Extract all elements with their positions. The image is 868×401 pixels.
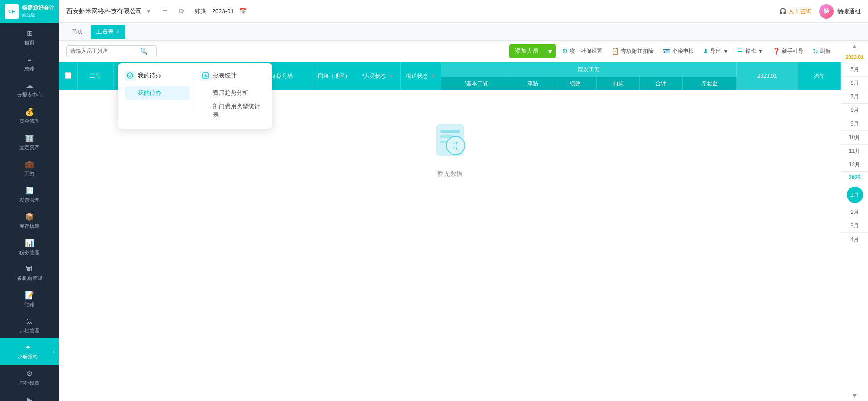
sidebar-item-multi[interactable]: 🏛 多机构管理 (0, 261, 59, 286)
export-icon: ⬇ (703, 48, 708, 55)
month-nov[interactable]: 11月 (841, 145, 868, 158)
tab-home[interactable]: 首页 (66, 25, 89, 39)
mini-arrow-icon: ‹ (53, 348, 55, 355)
popup-item-todo[interactable]: 我的待办 (125, 86, 189, 100)
th-country: 国籍（地区） (313, 62, 355, 90)
sidebar-item-invoice[interactable]: 🧾 发票管理 (0, 182, 59, 208)
month-jul[interactable]: 7月 (841, 90, 868, 104)
popup-section-todo: 我的待办 我的待办 (125, 71, 189, 121)
month-dec[interactable]: 12月 (841, 158, 868, 172)
tax-deduction-icon: 📋 (611, 48, 619, 55)
sidebar-label-ledger: 总账 (24, 65, 34, 72)
tab-close-icon[interactable]: × (116, 29, 120, 35)
refresh-btn[interactable]: ↻ 刷新 (810, 46, 834, 57)
month-jan[interactable]: 1月 (847, 187, 863, 203)
calendar-icon[interactable]: 📅 (239, 8, 247, 14)
popup-section-report: 报表统计 费用趋势分析 部门费用类型统计表 (200, 71, 265, 121)
service-link[interactable]: 🎧 人工咨询 (779, 7, 812, 15)
invoice-icon: 🧾 (25, 186, 34, 195)
sidebar-item-archive[interactable]: 🗂 归档管理 (0, 313, 59, 338)
svg-rect-1 (440, 130, 460, 133)
sidebar-item-guide[interactable]: ▶ 新手引导 (0, 391, 59, 401)
operation-btn[interactable]: ☰ 操作 ▼ (735, 46, 766, 57)
search-input[interactable] (70, 48, 138, 54)
month-apr[interactable]: 4月 (841, 233, 868, 246)
sidebar-item-fund[interactable]: 💰 资金管理 (0, 103, 59, 129)
export-btn[interactable]: ⬇ 导出 ▼ (700, 46, 731, 57)
sidebar-item-tax[interactable]: 📊 税务管理 (0, 234, 59, 261)
top-header: 西安虾米网络科技有限公司 ▼ + ⚙ 账期 2023-01 📅 🎧 人工咨询 畅… (59, 0, 868, 23)
sidebar-item-home[interactable]: ⊞ 首页 (0, 24, 59, 51)
closing-icon: 📝 (25, 291, 34, 300)
sidebar-label-mini: 小畅报销 (18, 353, 38, 360)
sidebar-label-fund: 资金管理 (19, 118, 39, 125)
popup-section-todo-title: 我的待办 (125, 71, 189, 81)
sidebar-item-mini[interactable]: ✦ 小畅报销 ‹ (0, 338, 59, 365)
add-people-dropdown-icon[interactable]: ▼ (544, 44, 556, 58)
month-feb[interactable]: 2月 (841, 206, 868, 219)
ledger-icon: ≡ (27, 55, 31, 63)
month-mar[interactable]: 3月 (841, 219, 868, 233)
period-value: 2023-01 (212, 8, 234, 14)
sidebar-item-asset[interactable]: 🏢 固定资产 (0, 129, 59, 155)
tax-icon: 📊 (25, 239, 34, 247)
month-prev-btn[interactable]: ▲ (841, 41, 868, 52)
popup-item-expense-trend[interactable]: 费用趋势分析 (200, 86, 265, 100)
popup-overlay: 我的待办 我的待办 (118, 63, 272, 129)
asset-icon: 🏢 (25, 134, 34, 142)
sidebar-item-salary[interactable]: 💼 工资 (0, 155, 59, 182)
logo-icon: CE (5, 4, 19, 19)
sidebar-item-cloud[interactable]: ☁ 云报表中心 (0, 77, 59, 103)
empty-text: 暂无数据 (437, 170, 463, 178)
sidebar-label-asset: 固定资产 (19, 144, 39, 151)
th-performance: 绩效 (554, 77, 596, 90)
toolbar: 🔍 添加人员 ▼ ⚙ 统一社保设置 📋 专项附加扣除 (59, 41, 841, 62)
guide-icon: ❓ (772, 48, 780, 55)
send-status-filter-icon[interactable]: ▼ (430, 73, 435, 79)
month-jun[interactable]: 6月 (841, 77, 868, 90)
th-period: 2023.01 (737, 62, 798, 90)
month-sep[interactable]: 9月 (841, 117, 868, 131)
basic-icon: ⚙ (26, 369, 33, 378)
home-icon: ⊞ (27, 29, 33, 38)
add-company-icon[interactable]: + (159, 5, 171, 18)
tab-bar: 首页 工资表 × (59, 23, 868, 41)
month-aug[interactable]: 8月 (841, 104, 868, 117)
add-people-btn[interactable]: 添加人员 (509, 44, 544, 58)
sidebar-label-cloud: 云报表中心 (17, 92, 42, 98)
settings-icon[interactable]: ⚙ (175, 5, 188, 18)
person-status-filter-icon[interactable]: ▼ (388, 73, 393, 79)
popup-section-report-title: 报表统计 (200, 71, 265, 81)
sidebar-label-invoice: 发票管理 (19, 197, 39, 203)
multi-icon: 🏛 (26, 265, 33, 273)
search-icon[interactable]: 🔍 (140, 48, 148, 55)
social-security-btn[interactable]: ⚙ 统一社保设置 (559, 46, 605, 57)
operation-icon: ☰ (737, 48, 743, 55)
month-next-btn[interactable]: ▼ (841, 390, 868, 401)
company-dropdown-icon[interactable]: ▼ (146, 8, 151, 14)
user-name: 畅捷通组 (837, 7, 861, 15)
personal-tax-btn[interactable]: 🪪 个税申报 (660, 46, 697, 57)
sidebar-item-ledger[interactable]: ≡ 总账 (0, 51, 59, 77)
guide-btn[interactable]: ❓ 新手引导 (770, 46, 806, 57)
content-area: 🔍 添加人员 ▼ ⚙ 统一社保设置 📋 专项附加扣除 (59, 41, 868, 401)
th-send-status: 报送状态 ▼ (400, 62, 441, 90)
tab-salary[interactable]: 工资表 × (91, 25, 125, 39)
month-oct[interactable]: 10月 (841, 131, 868, 145)
user-avatar: 畅 (819, 4, 834, 19)
popup-item-dept-expense[interactable]: 部门费用类型统计表 (200, 100, 265, 121)
sidebar-item-inventory[interactable]: 📦 库存核算 (0, 208, 59, 234)
th-person-status: *人员状态 ▼ (355, 62, 400, 90)
month-may[interactable]: 5月 (841, 63, 868, 77)
th-checkbox (59, 62, 77, 90)
month-year-2023: 2023 (841, 172, 868, 184)
sidebar-item-basic[interactable]: ⚙ 基础设置 (0, 365, 59, 391)
search-box: 🔍 (66, 45, 157, 57)
logo: CE 畅捷通好会计 旗舰版 (0, 0, 59, 23)
logo-text: 畅捷通好会计 (22, 5, 54, 12)
sidebar-item-closing[interactable]: 📝 结账 (0, 286, 59, 313)
period-label: 账期 (195, 7, 207, 15)
select-all-checkbox[interactable] (65, 72, 71, 79)
tax-deduction-btn[interactable]: 📋 专项附加扣除 (609, 46, 656, 57)
sidebar-label-home: 首页 (24, 39, 34, 46)
